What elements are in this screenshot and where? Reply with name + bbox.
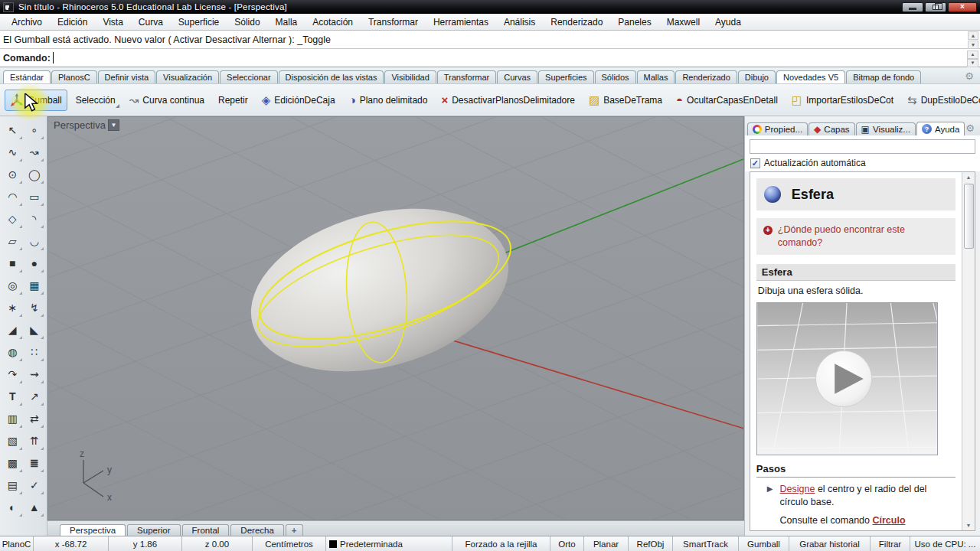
status-refobj[interactable]: RefObj: [629, 536, 673, 551]
base-de-trama-button[interactable]: ▨ BaseDeTrama: [583, 90, 668, 109]
menu-renderizado[interactable]: Renderizado: [544, 15, 609, 29]
menu-edicion[interactable]: Edición: [51, 15, 94, 29]
mesh-surface-icon[interactable]: ▦: [24, 274, 46, 296]
menu-acotacion[interactable]: Acotación: [305, 15, 360, 29]
group-solids-icon[interactable]: ◐: [2, 496, 24, 518]
extrude-tool-icon[interactable]: ⇈: [24, 429, 46, 452]
check-tool-icon[interactable]: ✓: [24, 474, 46, 496]
split-tool-icon[interactable]: ◣: [24, 318, 46, 341]
surface-from-points-icon[interactable]: ▱: [2, 230, 24, 252]
tab-estandar[interactable]: Estándar: [3, 70, 51, 83]
viewport-tab-frontal[interactable]: Frontal: [182, 524, 230, 536]
copy-tool-icon[interactable]: ▥: [2, 407, 24, 429]
panel-tab-visualizacion[interactable]: ▣ Visualiz...: [856, 122, 916, 135]
status-planoc[interactable]: PlanoC: [0, 536, 34, 551]
boolean-union-icon[interactable]: ∗: [2, 296, 24, 318]
select-tool-icon[interactable]: ↖: [2, 119, 24, 141]
menu-malla[interactable]: Malla: [269, 15, 305, 29]
status-planar[interactable]: Planar: [584, 536, 629, 551]
status-current-layer[interactable]: Predeterminada: [326, 536, 452, 551]
ocultar-capas-button[interactable]: ◓ OcultarCapasEnDetall: [671, 90, 783, 109]
close-button[interactable]: ×: [948, 2, 977, 12]
ellipse-tool-icon[interactable]: ◯: [24, 163, 46, 185]
polygon-tool-icon[interactable]: ◇: [2, 207, 24, 230]
tab-renderizado[interactable]: Renderizado: [675, 70, 737, 83]
scroll-up-icon[interactable]: ▲: [968, 31, 978, 40]
panel-tab-capas[interactable]: ◆ Capas: [808, 122, 854, 135]
point-cloud-icon[interactable]: ∷: [24, 341, 46, 363]
edicion-de-caja-button[interactable]: ◈ EdiciónDeCaja: [256, 90, 341, 109]
help-find-band[interactable]: + ¿Dónde puedo encontrar este comando?: [756, 218, 956, 255]
status-grid-snap[interactable]: Forzado a la rejilla: [452, 536, 550, 551]
menu-paneles[interactable]: Paneles: [611, 15, 658, 29]
viewport-dropdown-button[interactable]: ▼: [108, 119, 119, 131]
command-input[interactable]: Comando: ▲▼: [0, 49, 980, 67]
tab-options-gear-icon[interactable]: ⚙: [965, 70, 977, 83]
panel-gear-icon[interactable]: ⚙: [965, 122, 978, 135]
perspective-viewport[interactable]: z y x Perspectiva ▼: [47, 116, 744, 520]
tab-visualizacion[interactable]: Visualización: [156, 70, 219, 83]
menu-herramientas[interactable]: Herramientas: [426, 15, 495, 29]
viewport-tab-perspectiva[interactable]: Perspectiva: [60, 524, 126, 536]
repetir-button[interactable]: Repetir: [213, 91, 253, 109]
tab-visibilidad[interactable]: Visibilidad: [384, 70, 436, 83]
dup-estilo-button[interactable]: ⇆ DupEstiloDeCota: [902, 90, 980, 109]
menu-superficie[interactable]: Superficie: [172, 15, 226, 29]
menu-solido[interactable]: Sólido: [227, 15, 266, 29]
menu-vista[interactable]: Vista: [96, 15, 129, 29]
status-units[interactable]: Centímetros: [253, 536, 326, 551]
mirror-tool-icon[interactable]: ⇄: [24, 407, 46, 429]
curved-surface-icon[interactable]: ◡: [24, 230, 46, 252]
plano-delimitado-button[interactable]: ◑ Plano delimitado: [344, 90, 433, 109]
auto-update-checkbox[interactable]: ✓: [750, 158, 760, 168]
point-tool-icon[interactable]: ∘: [24, 119, 46, 141]
menu-maxwell[interactable]: Maxwell: [660, 15, 707, 29]
solid-box-icon[interactable]: ▧: [2, 429, 24, 452]
designe-link[interactable]: Designe: [780, 484, 815, 494]
torus-tool-icon[interactable]: ◎: [2, 274, 24, 296]
interpolate-curve-icon[interactable]: ↝: [24, 141, 46, 163]
command-history[interactable]: El Gumball está activado. Nuevo valor ( …: [0, 31, 980, 49]
help-search-input[interactable]: [750, 139, 975, 154]
box-tool-icon[interactable]: ■: [2, 252, 24, 274]
tab-bitmap-fondo[interactable]: Bitmap de fondo: [846, 70, 921, 83]
tab-curvas[interactable]: Curvas: [497, 70, 537, 83]
move-tool-icon[interactable]: ↗: [24, 385, 46, 407]
menu-curva[interactable]: Curva: [132, 15, 170, 29]
tab-dibujo[interactable]: Dibujo: [738, 70, 776, 83]
menu-analisis[interactable]: Análisis: [497, 15, 542, 29]
viewport-title[interactable]: Perspectiva: [54, 119, 106, 131]
menu-archivo[interactable]: Archivo: [5, 15, 49, 29]
array-linear-icon[interactable]: ≣: [24, 452, 46, 474]
desactivar-planos-button[interactable]: × DesactivarPlanosDelimitadore: [436, 90, 580, 109]
layers-tool-icon[interactable]: ▤: [2, 474, 24, 496]
control-point-curve-icon[interactable]: ∿: [2, 141, 24, 163]
importar-estilos-button[interactable]: ◰ ImportarEstilosDeCot: [786, 90, 899, 109]
status-smarttrack[interactable]: SmartTrack: [673, 536, 739, 551]
arc-tool-icon[interactable]: ◠: [2, 185, 24, 207]
status-orto[interactable]: Orto: [550, 536, 584, 551]
cone-tool-icon[interactable]: ▲: [24, 496, 46, 518]
tab-disposicion-vistas[interactable]: Disposición de las vistas: [279, 70, 384, 83]
circulo-link[interactable]: Círculo: [872, 515, 905, 526]
status-filtrar[interactable]: Filtrar: [871, 536, 910, 551]
seleccion-button[interactable]: Selección: [70, 91, 121, 109]
scrollbar-up-icon[interactable]: ▲: [966, 172, 972, 182]
help-video-thumbnail[interactable]: [756, 302, 938, 455]
find-command-link[interactable]: ¿Dónde puedo encontrar este comando?: [778, 223, 949, 249]
minimize-button[interactable]: [902, 2, 923, 12]
text-tool-icon[interactable]: T: [2, 385, 24, 407]
panel-tab-ayuda[interactable]: ? Ayuda: [916, 122, 965, 135]
fillet-dotted-icon[interactable]: ⇝: [24, 363, 46, 385]
help-scrollbar[interactable]: ▲ ▼: [962, 172, 975, 530]
curva-continua-button[interactable]: ↝ Curva continua: [124, 90, 210, 109]
tab-seleccionar[interactable]: Seleccionar: [220, 70, 277, 83]
scroll-down-icon[interactable]: ▼: [968, 41, 978, 49]
tab-superficies[interactable]: Superficies: [538, 70, 593, 83]
tab-definir-vista[interactable]: Definir vista: [98, 70, 155, 83]
viewport-tab-superior[interactable]: Superior: [127, 524, 180, 536]
spin-down-icon[interactable]: ▼: [967, 59, 978, 67]
tab-solidos[interactable]: Sólidos: [595, 70, 636, 83]
tab-planosc[interactable]: PlanosC: [51, 70, 97, 83]
restore-button[interactable]: [925, 2, 946, 12]
